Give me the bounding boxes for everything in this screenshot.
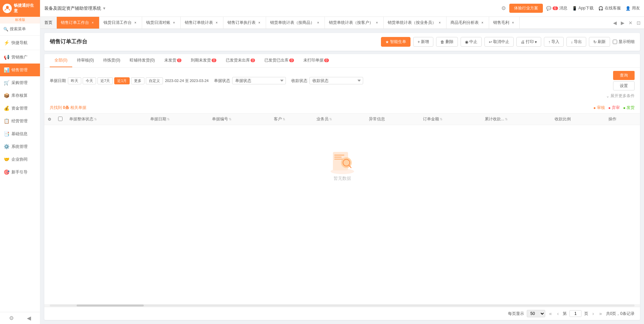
date-btn-yesterday[interactable]: 昨天 <box>68 77 81 84</box>
tab-close-sales-by-product[interactable]: × <box>316 21 320 25</box>
tabs-nav-prev[interactable]: ◀ <box>612 20 618 26</box>
tab-gross-margin[interactable]: 商品毛利分析表 × <box>446 17 489 29</box>
sidebar-item-system[interactable]: ⚙️ 系统管理 <box>0 140 40 153</box>
sub-tab-wangpu[interactable]: 旺铺待发货(0) <box>125 54 160 67</box>
tabs-close-all[interactable]: ✕ <box>627 20 634 26</box>
tab-close-sales-exec[interactable]: × <box>257 21 262 25</box>
tab-close-sales-by-customer[interactable]: × <box>375 21 379 25</box>
sub-tab-pending-inspect[interactable]: 待拣货(0) <box>98 54 125 67</box>
payment-select[interactable]: 收款状态 <box>309 77 363 84</box>
import-button[interactable]: ↑ 导入 <box>544 37 564 47</box>
horizontal-scrollbar[interactable] <box>44 304 640 307</box>
tabs-nav-next[interactable]: ▶ <box>619 20 626 26</box>
sub-tab-all[interactable]: 全部(0) <box>50 54 72 67</box>
topbar-settings-icon[interactable]: ⚙ <box>501 5 506 11</box>
sort-icon-staff[interactable]: ⇅ <box>329 117 332 121</box>
show-detail-label[interactable]: 显示明细 <box>613 39 635 45</box>
tab-home[interactable]: 首页 <box>40 17 57 29</box>
sidebar-item-finance[interactable]: 💰 资金管理 <box>0 102 40 115</box>
next-page-button[interactable]: › <box>591 311 595 316</box>
message-action[interactable]: 💬 6 消息 <box>546 5 567 11</box>
user-action[interactable]: 👤 用友 <box>626 5 640 11</box>
sort-icon-date[interactable]: ⇅ <box>167 117 170 121</box>
sidebar-item-quicknav[interactable]: ⚡ 快捷导航 <box>0 36 40 49</box>
unreview-action[interactable]: ● 弃审 <box>608 105 620 111</box>
query-button[interactable]: 查询 <box>613 71 635 80</box>
sidebar-item-guide[interactable]: 🎯 新手引导 <box>0 166 40 178</box>
sidebar-item-marketing[interactable]: 📢 营销推广 <box>0 51 40 64</box>
sidebar-item-base[interactable]: 📑 基础信息 <box>0 127 40 140</box>
sub-tab-shipped-out[interactable]: 已发货已出库0 <box>260 54 299 67</box>
show-detail-checkbox[interactable] <box>613 40 617 44</box>
tab-sales-by-product[interactable]: 销货单统计表（按商品） × <box>266 17 325 29</box>
add-button[interactable]: + 新增 <box>413 37 433 47</box>
collapse-icon[interactable]: ◀ <box>27 315 31 321</box>
export-button[interactable]: ↓ 导出 <box>566 37 586 47</box>
tab-sales-stats[interactable]: 销售订单统计表 × <box>181 17 223 29</box>
date-btn-1month[interactable]: 近1月 <box>114 77 130 84</box>
tab-sales-by-customer[interactable]: 销货单统计表（按客户） × <box>325 17 384 29</box>
review-action[interactable]: ● 审核 <box>593 105 605 111</box>
table-scroll-area[interactable]: ⚙ 单据整体状态⇅ 单据日期⇅ 单据编号⇅ <box>44 114 640 304</box>
tab-sales-order[interactable]: 销售订单工作台 × <box>57 17 99 29</box>
tab-close-sales-stats[interactable]: × <box>214 21 219 25</box>
tab-close-sales-more[interactable]: × <box>511 21 515 25</box>
scrollbar-thumb[interactable] <box>77 305 144 307</box>
sidebar-item-enterprise[interactable]: 🤝 企业协同 <box>0 153 40 166</box>
status-select[interactable]: 单据状态 <box>232 77 286 84</box>
date-btn-more[interactable]: 更多 <box>131 77 144 84</box>
sidebar-item-operations[interactable]: 📋 经营管理 <box>0 115 40 127</box>
sort-icon-customer[interactable]: ⇅ <box>283 117 285 121</box>
tab-close-gross-margin[interactable]: × <box>480 21 485 25</box>
select-all-checkbox[interactable] <box>58 117 62 121</box>
sub-tab-overdue-unshipped[interactable]: 到期未发货0 <box>186 54 221 67</box>
sort-icon-status[interactable]: ⇅ <box>94 117 97 121</box>
first-page-button[interactable]: « <box>548 311 553 316</box>
app-download-action[interactable]: 📱 App下载 <box>572 5 594 11</box>
sort-icon-number[interactable]: ⇅ <box>229 117 231 121</box>
smart-create-button[interactable]: ★ 智能生单 <box>381 37 411 47</box>
refresh-button[interactable]: ↻ 刷新 <box>589 37 610 47</box>
last-page-button[interactable]: » <box>598 311 603 316</box>
delete-button[interactable]: 🗑 删除 <box>436 37 458 47</box>
sort-icon-collected[interactable]: ⇅ <box>505 117 508 121</box>
date-btn-custom[interactable]: 自定义 <box>146 77 163 84</box>
online-service-action[interactable]: 🎧 在线客服 <box>598 5 621 11</box>
tab-close-cash-daily[interactable]: × <box>133 21 138 25</box>
settings-bottom-icon[interactable]: ⚙ <box>9 315 14 321</box>
cancel-stop-button[interactable]: ↩ 取消中止 <box>484 37 514 47</box>
sub-tab-unshipped[interactable]: 未发货0 <box>160 54 186 67</box>
tab-sales-exec[interactable]: 销售订单执行表 × <box>223 17 266 29</box>
date-btn-today[interactable]: 今天 <box>83 77 96 84</box>
th-settings[interactable]: ⚙ <box>44 114 55 125</box>
tab-sales-more[interactable]: 销售毛利 × <box>489 17 520 29</box>
search-menu[interactable]: 🔍 搜索菜单 <box>0 24 40 35</box>
sub-tab-unprinted[interactable]: 未打印单据0 <box>299 54 334 67</box>
page-size-select[interactable]: 10 20 50 100 <box>527 310 545 317</box>
scrollbar-track[interactable] <box>50 305 635 307</box>
tab-cash-reconcile[interactable]: 钱货日清对账 × <box>142 17 181 29</box>
print-button[interactable]: 🖨 打印 ▾ <box>516 37 541 47</box>
sub-tab-shipped-not-out[interactable]: 已发货未出库0 <box>221 54 260 67</box>
tab-cash-daily[interactable]: 钱货日清工作台 × <box>99 17 142 29</box>
sidebar-item-sales[interactable]: 📊 销售管理 <box>0 64 40 76</box>
sort-icon-amount[interactable]: ⇅ <box>440 117 442 121</box>
expand-filter-button[interactable]: ⌄ 展开更多条件 <box>606 93 635 99</box>
tab-close-sales-order[interactable]: × <box>90 21 95 25</box>
tab-sales-by-staff[interactable]: 销货单统计表（按业务员） × <box>384 17 446 29</box>
ship-action[interactable]: ● 发货 <box>623 105 635 111</box>
date-btn-7days[interactable]: 近7天 <box>97 77 113 84</box>
tab-close-cash-reconcile[interactable]: × <box>172 21 176 25</box>
sub-tab-pending-review[interactable]: 待审核(0) <box>72 54 99 67</box>
page-number-input[interactable] <box>569 310 582 317</box>
tab-close-sales-by-staff[interactable]: × <box>437 21 442 25</box>
sidebar-item-purchase[interactable]: 🛒 采购管理 <box>0 76 40 89</box>
stop-button[interactable]: ◉ 中止 <box>461 37 482 47</box>
industry-solution-button[interactable]: 体验行业方案 <box>509 4 543 13</box>
filter-setting-button[interactable]: 设置 <box>613 81 635 90</box>
th-checkbox[interactable] <box>55 114 66 125</box>
tabs-expand[interactable]: ⊡ <box>635 20 642 26</box>
sidebar-item-inventory[interactable]: 📦 库存核算 <box>0 89 40 102</box>
prev-page-button[interactable]: ‹ <box>556 311 560 316</box>
topbar-dropdown-icon[interactable]: ▾ <box>103 6 105 11</box>
